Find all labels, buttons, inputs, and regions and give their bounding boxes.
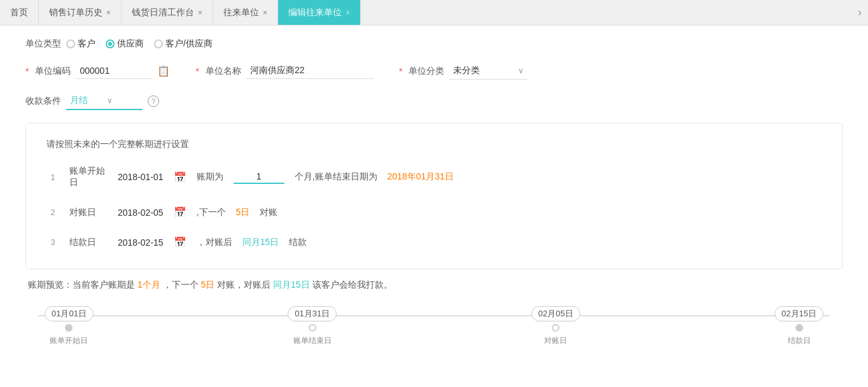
payment-condition-item: 收款条件 月结 ∨ ? [25,92,159,110]
preview-middle2: 对账，对账后 [217,279,270,290]
tab-cashflow[interactable]: 钱货日清工作台 × [122,0,213,25]
timeline-dot-3 [552,324,559,332]
period-label-3: 结款日 [69,237,108,248]
timeline-container: 01月01日 账单开始日 01月31日 账单结束日 02月05日 对账日 02月… [25,306,843,346]
period-num-2: 2 [46,208,59,217]
tab-home-label: 首页 [10,7,28,18]
radio-customer-supplier[interactable]: 客户/供应商 [154,38,213,50]
tab-sales-history-label: 销售订单历史 [49,7,102,18]
unit-code-icon[interactable]: 📋 [157,65,170,77]
period-num-1: 1 [46,172,59,182]
timeline-label-2: 账单结束日 [293,335,332,346]
timeline-dot-1 [65,324,73,332]
main-content: 单位类型 客户 供应商 客户/供应商 * 单位编码 [0,25,868,387]
timeline-badge-1: 01月01日 [45,306,94,321]
payment-condition-help[interactable]: ? [148,95,159,107]
unit-type-radio-group: 客户 供应商 客户/供应商 [66,38,213,50]
timeline-label-4: 结款日 [788,335,811,346]
unit-name-required: * [195,66,199,76]
preview-suffix: 该客户会给我打款。 [312,279,393,290]
timeline-point-4: 02月15日 结款日 [774,306,823,346]
preview-part2: 5日 [200,279,214,290]
radio-customer-supplier-label: 客户/供应商 [165,38,213,50]
period-highlight-1: 2018年01月31日 [388,171,454,183]
unit-code-item: * 单位编码 📋 [25,63,170,79]
radio-customer[interactable]: 客户 [66,38,95,50]
preview-middle1: ，下一个 [163,279,199,290]
period-cal-3[interactable]: 📅 [174,236,186,248]
unit-code-input[interactable] [76,63,152,79]
tab-cashflow-close[interactable]: × [198,8,202,17]
tab-edit-counterparty-label: 编辑往来单位 [288,7,342,18]
payment-condition-value: 月结 [70,95,88,106]
period-num-3: 3 [46,237,59,247]
unit-name-label: 单位名称 [206,66,241,77]
period-suffix-after-1: 个月,账单结束日期为 [295,171,377,183]
timeline-badge-4: 02月15日 [774,306,823,321]
period-desc-2a: ,下一个 [197,207,226,218]
period-label-1: 账单开始日 [69,165,108,188]
unit-category-arrow: ∨ [518,66,524,75]
timeline-point-3: 02月05日 对账日 [531,306,580,346]
radio-supplier[interactable]: 供应商 [106,38,144,50]
payment-condition-select[interactable]: 月结 ∨ [66,92,143,110]
radio-supplier-label: 供应商 [117,38,144,50]
period-box: 请按照未来的一个完整帐期进行设置 1 账单开始日 2018-01-01 📅 账期… [25,123,843,269]
timeline-point-1: 01月01日 账单开始日 [45,306,94,346]
period-label-2: 对账日 [69,207,108,218]
payment-condition-row: 收款条件 月结 ∨ ? [25,92,843,110]
period-desc-3a: ，对账后 [197,237,232,248]
unit-name-item: * 单位名称 [195,63,373,79]
payment-condition-arrow: ∨ [107,96,113,105]
timeline-label-3: 对账日 [544,335,567,346]
unit-category-item: * 单位分类 未分类 ∨ [399,62,528,80]
timeline: 01月01日 账单开始日 01月31日 账单结束日 02月05日 对账日 02月… [45,306,823,346]
tab-expand-button[interactable]: › [851,0,868,25]
preview-part1: 1个月 [137,279,160,290]
payment-condition-label: 收款条件 [25,95,61,107]
period-box-title: 请按照未来的一个完整帐期进行设置 [46,139,822,150]
radio-customer-supplier-circle [154,39,163,48]
timeline-label-1: 账单开始日 [50,335,88,346]
period-input-1[interactable] [234,170,284,184]
unit-category-label: 单位分类 [409,66,444,77]
unit-type-row: 单位类型 客户 供应商 客户/供应商 [25,38,843,50]
period-highlight-2: 5日 [236,207,250,218]
radio-customer-circle [66,39,75,48]
period-row-1: 1 账单开始日 2018-01-01 📅 账期为 个月,账单结束日期为 2018… [46,165,822,188]
period-suffix-before-1: 账期为 [197,171,223,183]
tab-sales-history-close[interactable]: × [106,8,111,17]
preview-part3: 同月15日 [273,279,310,290]
tab-counterparty[interactable]: 往来单位 × [213,0,278,25]
tab-counterparty-close[interactable]: × [263,8,267,17]
unit-category-required: * [399,66,402,76]
period-desc-2b: 对账 [260,207,277,218]
unit-category-select[interactable]: 未分类 ∨ [449,62,528,80]
period-cal-1[interactable]: 📅 [174,171,186,183]
radio-supplier-circle [106,39,115,48]
timeline-dot-2 [309,324,316,332]
tab-home[interactable]: 首页 [0,0,39,25]
tab-cashflow-label: 钱货日清工作台 [132,7,194,18]
tab-sales-history[interactable]: 销售订单历史 × [39,0,122,25]
radio-customer-label: 客户 [78,38,95,50]
timeline-badge-3: 02月05日 [531,306,580,321]
tab-counterparty-label: 往来单位 [223,7,259,18]
unit-category-value: 未分类 [453,65,480,76]
preview-prefix: 账期预览：当前客户账期是 [28,279,135,290]
period-desc-3b: 结款 [289,237,307,248]
timeline-point-2: 01月31日 账单结束日 [288,306,337,346]
period-highlight-3: 同月15日 [242,237,279,248]
tab-bar: 首页 销售订单历史 × 钱货日清工作台 × 往来单位 × 编辑往来单位 × › [0,0,868,25]
unit-type-label: 单位类型 [25,38,61,50]
unit-type-item: 单位类型 客户 供应商 客户/供应商 [25,38,213,50]
period-row-3: 3 结款日 2018-02-15 📅 ，对账后 同月15日 结款 [46,236,822,248]
tab-edit-counterparty[interactable]: 编辑往来单位 × [278,0,361,25]
period-date-2: 2018-02-05 [118,208,164,218]
unit-code-required: * [25,66,29,76]
period-cal-2[interactable]: 📅 [174,206,186,218]
unit-name-input[interactable] [246,63,374,79]
unit-code-label: 单位编码 [35,66,71,77]
tab-edit-counterparty-close[interactable]: × [346,8,350,17]
period-row-2: 2 对账日 2018-02-05 📅 ,下一个 5日 对账 [46,206,822,218]
